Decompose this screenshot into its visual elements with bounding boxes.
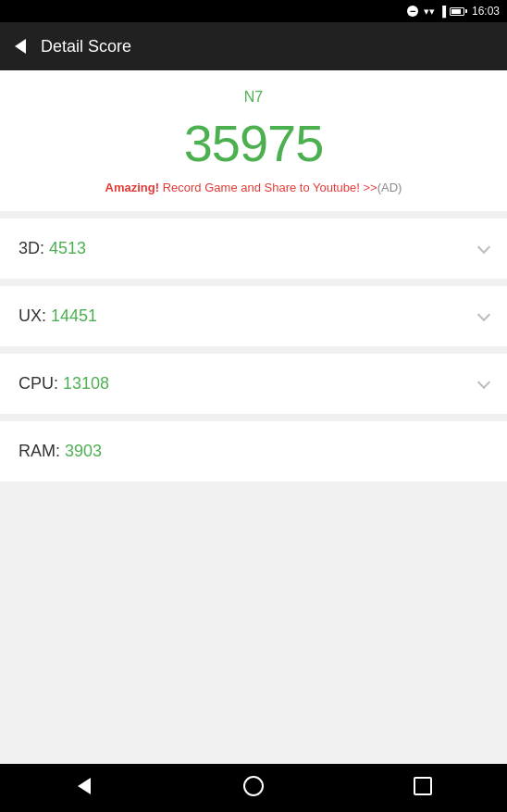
total-score: 35975 [184,113,324,173]
ram-score-row[interactable]: RAM: 3903 [0,421,507,481]
score-header: N7 35975 Amazing! Record Game and Share … [0,70,507,211]
battery-icon [450,7,464,16]
back-button[interactable] [15,39,26,54]
nav-recents-button[interactable] [395,769,451,806]
ram-score-section: RAM: 3903 [0,421,507,481]
cpu-score-section: CPU: 13108 [0,354,507,414]
nav-home-icon [243,776,264,801]
status-bar: ▾▾ ▐ 16:03 [0,0,507,22]
ux-label: UX: 14451 [19,306,97,326]
status-icons: ▾▾ ▐ 16:03 [407,5,500,18]
toolbar: Detail Score [0,22,507,70]
nav-home-button[interactable] [226,769,281,806]
ad-banner[interactable]: Amazing! Record Game and Share to Youtub… [105,181,402,194]
nav-recents-icon [414,777,432,800]
3d-chevron-icon [477,240,490,253]
ad-middle-text: Record Game and Share to Youtube! >> [159,181,377,194]
nav-back-button[interactable] [56,769,112,806]
ram-label: RAM: 3903 [19,442,102,461]
bottom-nav [0,764,507,812]
ad-amazing-text: Amazing! [105,181,160,194]
ad-label: (AD) [377,181,402,194]
wifi-icon: ▾▾ [424,6,435,18]
cpu-score-row[interactable]: CPU: 13108 [0,354,507,414]
main-content: N7 35975 Amazing! Record Game and Share … [0,70,507,764]
dnd-icon [407,6,418,17]
device-name: N7 [244,89,263,106]
ux-score-section: UX: 14451 [0,286,507,346]
cpu-chevron-icon [477,375,490,388]
ux-score-row[interactable]: UX: 14451 [0,286,507,346]
nav-back-icon [78,778,91,799]
empty-space [0,489,507,764]
3d-score-section: 3D: 4513 [0,219,507,279]
page-title: Detail Score [41,37,131,56]
back-arrow-icon [15,39,26,54]
3d-score-row[interactable]: 3D: 4513 [0,219,507,279]
ux-chevron-icon [477,307,490,320]
signal-icon: ▐ [439,6,446,17]
status-time: 16:03 [472,5,500,18]
3d-label: 3D: 4513 [19,239,86,258]
cpu-label: CPU: 13108 [19,374,109,394]
